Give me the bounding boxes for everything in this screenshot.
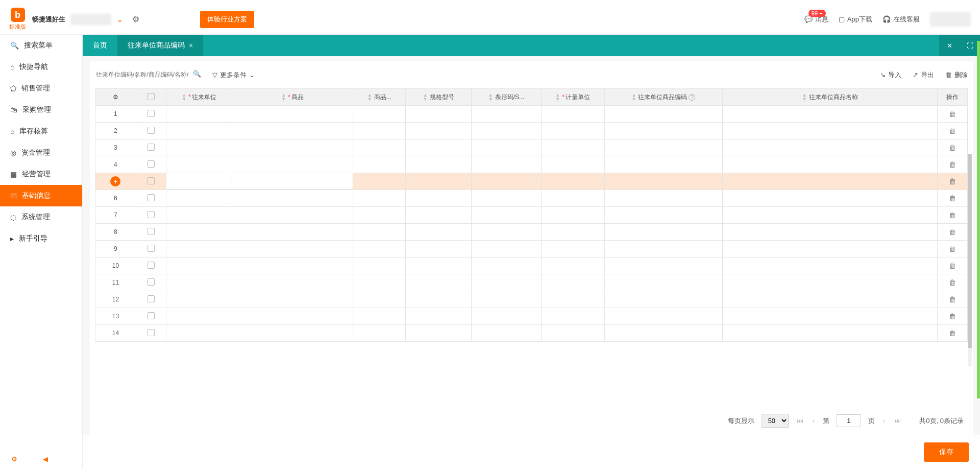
row-checkbox[interactable] bbox=[136, 325, 166, 342]
prev-page-icon[interactable]: ‹ bbox=[812, 417, 816, 425]
table-row[interactable]: 8🗑 bbox=[95, 224, 968, 241]
row-delete[interactable]: 🗑 bbox=[937, 291, 967, 308]
cell-product-name[interactable] bbox=[353, 325, 406, 342]
cell-product-name[interactable] bbox=[353, 274, 406, 291]
cell-product-name[interactable] bbox=[353, 291, 406, 308]
sidebar-item-0[interactable]: 🔍搜索菜单 bbox=[0, 35, 82, 56]
info-icon[interactable]: ? bbox=[689, 94, 695, 101]
add-row-button[interactable]: + bbox=[110, 176, 120, 186]
cell-partner-unit[interactable] bbox=[166, 257, 232, 274]
cell-product-name[interactable] bbox=[353, 224, 406, 241]
cell-product[interactable] bbox=[232, 123, 353, 139]
cell-partner-name[interactable] bbox=[723, 207, 937, 224]
cell-partner-unit[interactable] bbox=[166, 224, 232, 241]
cell-barcode[interactable] bbox=[472, 139, 542, 156]
col-settings[interactable]: ⚙ bbox=[95, 89, 136, 106]
cell-partner-name[interactable] bbox=[723, 123, 937, 139]
cell-spec[interactable] bbox=[406, 274, 472, 291]
cell-measure[interactable] bbox=[541, 308, 604, 325]
row-delete[interactable]: 🗑 bbox=[937, 156, 967, 173]
cell-partner-code[interactable] bbox=[604, 123, 723, 139]
cell-partner-code[interactable] bbox=[604, 291, 723, 308]
col-checkbox-all[interactable] bbox=[136, 89, 166, 106]
search-input[interactable] bbox=[95, 68, 202, 81]
cell-partner-code[interactable] bbox=[604, 325, 723, 342]
sidebar-item-3[interactable]: 🛍采购管理 bbox=[0, 99, 82, 121]
scrollbar-track[interactable] bbox=[968, 154, 972, 366]
cell-partner-unit[interactable] bbox=[166, 173, 232, 190]
trash-icon[interactable]: 🗑 bbox=[949, 127, 956, 135]
cell-product-name[interactable] bbox=[353, 207, 406, 224]
cell-product[interactable] bbox=[232, 224, 353, 241]
cell-measure[interactable] bbox=[541, 190, 604, 207]
row-delete[interactable]: 🗑 bbox=[937, 106, 967, 123]
cell-partner-name[interactable] bbox=[723, 224, 937, 241]
cell-partner-code[interactable] bbox=[604, 207, 723, 224]
cell-partner-code[interactable] bbox=[604, 139, 723, 156]
cell-partner-unit[interactable] bbox=[166, 325, 232, 342]
cell-barcode[interactable] bbox=[472, 207, 542, 224]
cell-barcode[interactable] bbox=[472, 291, 542, 308]
cell-partner-code[interactable] bbox=[604, 241, 723, 257]
cell-measure[interactable] bbox=[541, 241, 604, 257]
messages-link[interactable]: 💬 99 + 消息 bbox=[804, 15, 828, 24]
table-row[interactable]: 7🗑 bbox=[95, 207, 968, 224]
col-product[interactable]: ▲▼*商品 bbox=[232, 89, 353, 106]
cell-partner-unit[interactable] bbox=[166, 207, 232, 224]
sidebar-item-8[interactable]: ◌系统管理 bbox=[0, 206, 82, 228]
cell-partner-name[interactable] bbox=[723, 190, 937, 207]
row-checkbox[interactable] bbox=[136, 257, 166, 274]
cell-partner-name[interactable] bbox=[723, 308, 937, 325]
trash-icon[interactable]: 🗑 bbox=[949, 110, 956, 118]
col-product-name[interactable]: ▲▼商品... bbox=[353, 89, 406, 106]
cell-measure[interactable] bbox=[541, 325, 604, 342]
cell-product[interactable] bbox=[232, 106, 353, 123]
import-button[interactable]: ↘导入 bbox=[880, 71, 901, 80]
cell-product-name[interactable] bbox=[353, 173, 406, 190]
table-row[interactable]: 9🗑 bbox=[95, 241, 968, 257]
cell-spec[interactable] bbox=[406, 257, 472, 274]
cell-measure[interactable] bbox=[541, 291, 604, 308]
cell-partner-name[interactable] bbox=[723, 291, 937, 308]
table-row[interactable]: +🗑 bbox=[95, 173, 968, 190]
row-delete[interactable]: 🗑 bbox=[937, 257, 967, 274]
cell-partner-unit[interactable] bbox=[166, 190, 232, 207]
cell-partner-unit[interactable] bbox=[166, 308, 232, 325]
row-checkbox[interactable] bbox=[136, 241, 166, 257]
row-checkbox[interactable] bbox=[136, 106, 166, 123]
cell-barcode[interactable] bbox=[472, 173, 542, 190]
cell-product[interactable] bbox=[232, 173, 353, 190]
cell-partner-unit[interactable] bbox=[166, 139, 232, 156]
cell-partner-code[interactable] bbox=[604, 308, 723, 325]
table-row[interactable]: 3🗑 bbox=[95, 139, 968, 156]
cell-partner-name[interactable] bbox=[723, 156, 937, 173]
table-row[interactable]: 13🗑 bbox=[95, 308, 968, 325]
table-row[interactable]: 1🗑 bbox=[95, 106, 968, 123]
cell-measure[interactable] bbox=[541, 106, 604, 123]
cell-spec[interactable] bbox=[406, 139, 472, 156]
row-checkbox[interactable] bbox=[136, 224, 166, 241]
cell-product[interactable] bbox=[232, 274, 353, 291]
export-button[interactable]: ↗导出 bbox=[913, 71, 934, 80]
cell-barcode[interactable] bbox=[472, 190, 542, 207]
row-checkbox[interactable] bbox=[136, 190, 166, 207]
cell-partner-name[interactable] bbox=[723, 241, 937, 257]
trash-icon[interactable]: 🗑 bbox=[949, 245, 956, 253]
col-measure-unit[interactable]: ▲▼*计量单位 bbox=[541, 89, 604, 106]
cell-measure[interactable] bbox=[541, 123, 604, 139]
cell-product[interactable] bbox=[232, 291, 353, 308]
cell-product[interactable] bbox=[232, 308, 353, 325]
collapse-icon[interactable]: ◀ bbox=[43, 455, 48, 463]
row-checkbox[interactable] bbox=[136, 139, 166, 156]
cell-product-name[interactable] bbox=[353, 190, 406, 207]
row-checkbox[interactable] bbox=[136, 291, 166, 308]
row-delete[interactable]: 🗑 bbox=[937, 325, 967, 342]
trash-icon[interactable]: 🗑 bbox=[949, 144, 956, 152]
cell-product-name[interactable] bbox=[353, 139, 406, 156]
sidebar-item-6[interactable]: ▤经营管理 bbox=[0, 163, 82, 185]
window-scrollbar[interactable] bbox=[977, 41, 980, 398]
cell-partner-unit[interactable] bbox=[166, 156, 232, 173]
cell-partner-unit[interactable] bbox=[166, 123, 232, 139]
cell-partner-name[interactable] bbox=[723, 274, 937, 291]
row-delete[interactable]: 🗑 bbox=[937, 207, 967, 224]
